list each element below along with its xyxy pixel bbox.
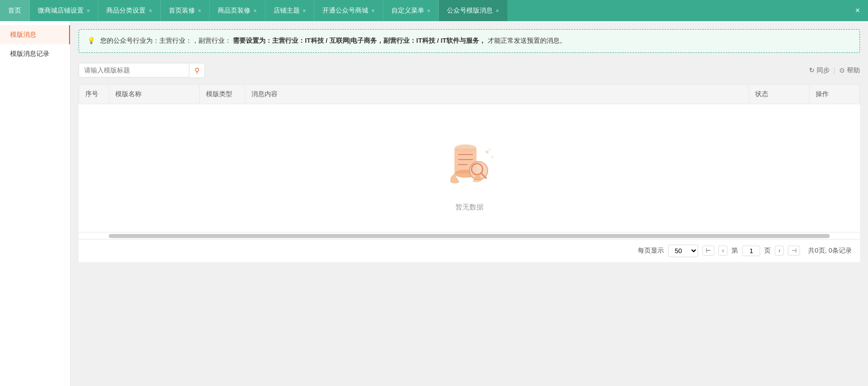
tab-shop-settings[interactable]: 微商城店铺设置 × — [30, 0, 98, 21]
search-icon: ⚲ — [194, 66, 199, 74]
notice-icon: 💡 — [87, 37, 95, 44]
close-template-msg[interactable]: × — [496, 8, 499, 14]
global-close-button[interactable]: × — [847, 6, 868, 15]
tab-open-mall[interactable]: 开通公众号商城 × — [314, 0, 383, 21]
help-button[interactable]: ⊙ 帮助 — [839, 66, 860, 75]
empty-state: 暂无数据 — [79, 104, 860, 232]
tab-home-decor[interactable]: 首页装修 × — [161, 0, 210, 21]
next-page-button[interactable]: › — [775, 246, 784, 256]
sidebar-item-template-message[interactable]: 模版消息 — [0, 25, 70, 44]
sync-icon: ↻ — [809, 66, 815, 74]
content-area: 💡 您的公众号行业为：主营行业：，副营行业： 需要设置为：主营行业：IT科技 /… — [71, 21, 868, 386]
search-left: ⚲ — [79, 63, 205, 78]
close-custom-menu[interactable]: × — [427, 8, 430, 14]
last-page-button[interactable]: ⊣ — [788, 246, 800, 256]
table-header-row: 序号 模版名称 模版类型 消息内容 状态 操作 — [79, 84, 860, 104]
scrollbar-thumb[interactable] — [109, 234, 830, 238]
top-nav: 首页 微商城店铺设置 × 商品分类设置 × 首页装修 × 商品页装修 × 店铺主… — [0, 0, 868, 21]
tab-custom-menu[interactable]: 自定义菜单 × — [383, 0, 439, 21]
close-open-mall[interactable]: × — [371, 8, 374, 14]
per-page-select[interactable]: 50 20 100 — [668, 245, 698, 257]
first-page-button[interactable]: ⊢ — [702, 246, 714, 256]
sidebar-item-template-record[interactable]: 模版消息记录 — [0, 44, 70, 63]
svg-point-11 — [489, 148, 491, 150]
col-header-action: 操作 — [810, 84, 860, 104]
divider: | — [834, 66, 835, 74]
svg-point-10 — [491, 156, 493, 158]
close-product-decor[interactable]: × — [253, 8, 256, 14]
close-home-decor[interactable]: × — [198, 8, 201, 14]
empty-illustration — [439, 134, 500, 195]
page-label: 第 — [731, 246, 738, 255]
search-right: ↻ 同步 | ⊙ 帮助 — [809, 66, 860, 75]
col-header-type: 模版类型 — [200, 84, 245, 104]
col-header-content: 消息内容 — [245, 84, 749, 104]
tab-template-msg[interactable]: 公众号模版消息 × — [439, 0, 507, 21]
page-input[interactable] — [742, 246, 760, 256]
svg-point-9 — [486, 150, 489, 153]
per-page-label: 每页显示 — [638, 246, 664, 255]
help-icon: ⊙ — [839, 66, 845, 74]
tab-store-theme[interactable]: 店铺主题 × — [265, 0, 314, 21]
search-bar: ⚲ ↻ 同步 | ⊙ 帮助 — [79, 63, 860, 78]
notice-prefix: 您的公众号行业为：主营行业：，副营行业： — [100, 37, 231, 44]
col-header-status: 状态 — [749, 84, 810, 104]
prev-page-button[interactable]: ‹ — [718, 246, 727, 256]
page-unit: 页 — [764, 246, 771, 255]
notice-box: 💡 您的公众号行业为：主营行业：，副营行业： 需要设置为：主营行业：IT科技 /… — [79, 29, 860, 53]
notice-suffix: 才能正常发送预置的消息。 — [488, 37, 566, 44]
tab-category-settings[interactable]: 商品分类设置 × — [98, 0, 160, 21]
sidebar: 模版消息 模版消息记录 — [0, 21, 71, 386]
close-store-theme[interactable]: × — [303, 8, 306, 14]
col-header-name: 模版名称 — [109, 84, 200, 104]
tab-product-decor[interactable]: 商品页装修 × — [210, 0, 265, 21]
sync-button[interactable]: ↻ 同步 — [809, 66, 830, 75]
data-table: 序号 模版名称 模版类型 消息内容 状态 操作 — [79, 84, 860, 104]
pagination: 每页显示 50 20 100 ⊢ ‹ 第 页 › ⊣ 共0页, 0条记录 — [79, 239, 860, 262]
main-layout: 模版消息 模版消息记录 💡 您的公众号行业为：主营行业：，副营行业： 需要设置为… — [0, 21, 868, 386]
scrollbar-track[interactable] — [79, 232, 860, 239]
tab-home[interactable]: 首页 — [0, 0, 30, 21]
close-category-settings[interactable]: × — [149, 8, 152, 14]
page-summary: 共0页, 0条记录 — [808, 246, 852, 255]
col-header-index: 序号 — [79, 84, 109, 104]
empty-text: 暂无数据 — [455, 203, 484, 212]
close-shop-settings[interactable]: × — [87, 8, 90, 14]
search-button[interactable]: ⚲ — [189, 63, 205, 78]
notice-highlight: 需要设置为：主营行业：IT科技 / 互联网|电子商务，副营行业：IT科技 / I… — [233, 37, 486, 44]
search-input[interactable] — [79, 63, 189, 78]
